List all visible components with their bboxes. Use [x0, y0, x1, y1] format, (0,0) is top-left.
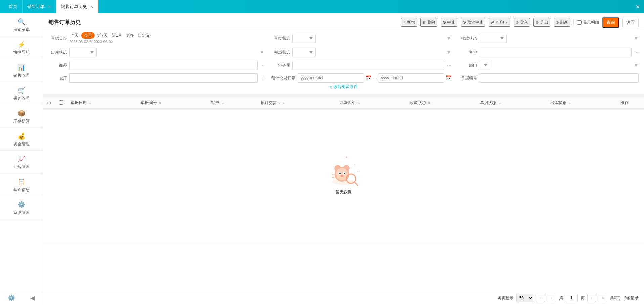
date-more-btn[interactable]: 更多 — [125, 32, 135, 39]
new-btn-label: + 新增 — [403, 20, 415, 25]
th-no-sort-icon[interactable]: ⇅ — [159, 101, 161, 105]
sidebar-item-system-mgmt[interactable]: ⚙️ 系统管理 — [0, 196, 43, 219]
th-no[interactable]: 单据编号 ⇅ — [137, 97, 208, 109]
calendar-start-icon[interactable]: 📅 — [366, 75, 371, 81]
date-1month-btn[interactable]: 近1月 — [111, 32, 124, 39]
th-expected-delivery-label: 预计交货... — [261, 100, 280, 105]
page-number-input[interactable] — [566, 294, 578, 302]
th-order-status-sort-icon[interactable]: ⇅ — [498, 101, 501, 105]
date-range-wrap: 📅 — 📅 — [298, 73, 452, 83]
tab-home-label: 首页 — [9, 4, 17, 10]
sidebar-item-search-menu[interactable]: 🔍 搜索菜单 — [0, 13, 43, 36]
filter-salesperson-input[interactable] — [292, 61, 444, 70]
svg-point-9 — [340, 175, 344, 177]
date-today-btn[interactable]: 今天 — [81, 32, 95, 39]
display-toggle-wrap[interactable]: 显示明细 — [577, 20, 599, 25]
refresh-btn[interactable]: ⊙ 刷新 — [554, 18, 570, 27]
filter-warehouse-input[interactable] — [69, 73, 258, 83]
page-size-select[interactable]: 10 20 50 100 — [516, 294, 533, 302]
payment-chevron-icon[interactable]: ▼ — [633, 35, 639, 41]
sidebar-bottom: ⚙️ ◀ — [0, 291, 43, 305]
next-page-btn[interactable]: › — [587, 294, 596, 302]
department-chevron-icon[interactable]: ▼ — [633, 62, 639, 68]
delivery-chevron-icon[interactable]: ▼ — [259, 49, 265, 55]
sidebar-settings-icon[interactable]: ⚙️ — [8, 294, 15, 302]
th-expected-delivery[interactable]: 预计交货... ⇅ — [257, 97, 336, 109]
sidebar-item-business-mgmt[interactable]: 📈 经营管理 — [0, 151, 43, 174]
quick-nav-icon: ⚡ — [18, 41, 25, 48]
query-btn[interactable]: 查询 — [602, 17, 619, 28]
filter-end-date-input[interactable] — [378, 73, 444, 83]
th-payment-status[interactable]: 收款状态 ⇅ — [406, 97, 477, 109]
th-order-amount[interactable]: 订单金额 ⇅ — [336, 97, 406, 109]
filter-complete-select[interactable]: 未完成 已完成 — [292, 48, 316, 57]
window-close-btn[interactable]: ✕ — [636, 4, 640, 10]
sidebar-item-purchase-mgmt[interactable]: 🛒 采购管理 — [0, 82, 43, 105]
delete-btn[interactable]: 🗑 删除 — [420, 18, 437, 27]
date-7days-btn[interactable]: 近7天 — [96, 32, 109, 39]
warehouse-dots-icon[interactable]: ··· — [260, 75, 265, 81]
tab-sales-order-history[interactable]: 销售订单历史 ✕ — [56, 0, 98, 13]
new-btn[interactable]: + 新增 — [401, 18, 417, 27]
data-table: ⚙ 单据日期 ⇅ 单据编号 ⇅ — [43, 97, 644, 242]
table-header-row: ⚙ 单据日期 ⇅ 单据编号 ⇅ — [43, 97, 644, 109]
tab-sales-order-history-close[interactable]: ✕ — [90, 5, 93, 9]
first-page-btn[interactable]: « — [536, 294, 545, 302]
page-suffix: 页 — [581, 295, 585, 301]
sidebar-item-inventory-calc[interactable]: 📦 库存核算 — [0, 105, 43, 128]
settings-gear-icon[interactable]: ⚙ — [47, 100, 51, 106]
th-payment-status-sort-icon[interactable]: ⇅ — [428, 101, 430, 105]
filter-order-no-input[interactable] — [479, 73, 639, 83]
th-delivery-status-sort-icon[interactable]: ⇅ — [568, 101, 571, 105]
filter-customer-input[interactable] — [479, 48, 631, 57]
th-settings[interactable]: ⚙ — [43, 97, 55, 109]
th-customer[interactable]: 客户 ⇅ — [208, 97, 257, 109]
filter-payment-select[interactable]: 未收款 部分收款 已收款 — [479, 34, 507, 43]
th-customer-sort-icon[interactable]: ⇅ — [221, 101, 224, 105]
sidebar-item-quick-nav[interactable]: ⚡ 快捷导航 — [0, 36, 43, 59]
complete-chevron-icon[interactable]: ▼ — [446, 49, 452, 55]
prev-page-btn[interactable]: ‹ — [548, 294, 556, 302]
th-delivery-status[interactable]: 出库状态 ⇅ — [547, 97, 617, 109]
svg-line-14 — [354, 182, 358, 185]
print-btn[interactable]: 🖨 打印 ▼ — [489, 18, 510, 27]
filter-status-select[interactable]: 草稿 已审核 已关闭 — [292, 34, 316, 43]
salesperson-dots-icon[interactable]: ··· — [447, 62, 452, 68]
sidebar-item-sales-mgmt[interactable]: 📊 销售管理 — [0, 59, 43, 82]
date-quick-group: 昨天 今天 近7天 近1月 更多 自定义 — [69, 32, 265, 39]
filter-delivery-item: 出库状态 未出库 部分出库 已出库 ▼ — [48, 48, 265, 57]
sidebar-item-basic-info[interactable]: 📋 基础信息 — [0, 174, 43, 196]
th-checkbox[interactable] — [55, 97, 67, 109]
import-btn[interactable]: ⊙ 导入 — [514, 18, 530, 27]
th-order-status[interactable]: 单据状态 ⇅ — [477, 97, 547, 109]
select-all-checkbox[interactable] — [59, 100, 63, 105]
product-dots-icon[interactable]: ··· — [260, 62, 265, 68]
collapse-row[interactable]: ∧ 收起更多条件 — [48, 83, 639, 90]
date-custom-btn[interactable]: 自定义 — [137, 32, 152, 39]
sidebar-label-quick-nav: 快捷导航 — [13, 50, 30, 55]
settings-btn[interactable]: 设置 — [622, 18, 639, 27]
export-btn[interactable]: ⊙ 导出 — [533, 18, 550, 27]
display-toggle-checkbox[interactable] — [577, 20, 582, 25]
sidebar-collapse-icon[interactable]: ◀ — [30, 294, 35, 302]
date-yesterday-btn[interactable]: 昨天 — [69, 32, 80, 39]
th-date-sort-icon[interactable]: ⇅ — [88, 101, 91, 105]
last-page-btn[interactable]: » — [599, 294, 607, 302]
filter-department-select[interactable] — [479, 61, 490, 70]
tab-sales-order-close[interactable]: ✕ — [48, 5, 51, 9]
stop-btn[interactable]: ⊘ 中止 — [441, 18, 457, 27]
filter-start-date-input[interactable] — [298, 73, 364, 83]
calendar-end-icon[interactable]: 📅 — [446, 75, 452, 81]
th-expected-delivery-sort-icon[interactable]: ⇅ — [282, 101, 285, 105]
tab-home[interactable]: 首页 — [4, 0, 23, 13]
filter-product-input[interactable] — [69, 61, 258, 70]
cancel-stop-btn[interactable]: ⊘ 取消中止 — [461, 18, 485, 27]
tab-sales-order[interactable]: 销售订单 ✕ — [23, 0, 56, 13]
th-date[interactable]: 单据日期 ⇅ — [67, 97, 137, 109]
print-dropdown-icon[interactable]: ▼ — [505, 21, 508, 24]
th-order-amount-sort-icon[interactable]: ⇅ — [357, 101, 360, 105]
sidebar-item-capital-mgmt[interactable]: 💰 资金管理 — [0, 128, 43, 151]
filter-delivery-select[interactable]: 未出库 部分出库 已出库 — [69, 48, 97, 57]
status-chevron-icon[interactable]: ▼ — [446, 35, 452, 41]
customer-dots-icon[interactable]: ··· — [634, 49, 639, 55]
